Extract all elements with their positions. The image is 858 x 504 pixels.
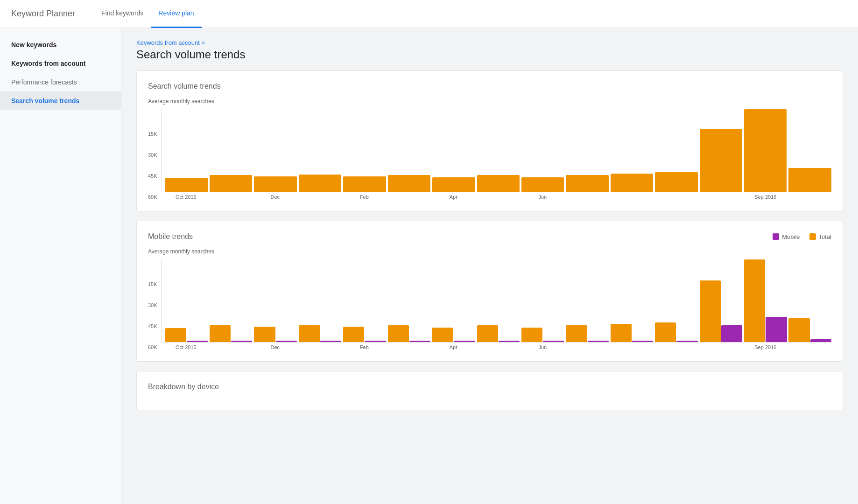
y-tick: 45K — [148, 324, 157, 329]
sidebar: New keywords Keywords from account Perfo… — [0, 28, 121, 504]
bar-pair — [744, 259, 787, 342]
breadcrumb-separator: > — [201, 39, 205, 46]
bar-pair — [788, 318, 831, 342]
chart2-bars — [161, 259, 831, 343]
bar-group — [299, 175, 341, 192]
bar-total — [788, 318, 809, 342]
bar-total — [700, 280, 721, 342]
breakdown-card: Breakdown by device — [136, 371, 843, 410]
page-title: Search volume trends — [136, 48, 843, 61]
bar-group — [788, 168, 831, 192]
bar — [566, 175, 608, 192]
bar — [521, 177, 564, 192]
bar-group — [254, 327, 296, 342]
breadcrumb: Keywords from account > — [136, 39, 843, 46]
bar-mobile — [320, 341, 341, 342]
chart1-y-label: Average monthly searches — [148, 98, 831, 105]
bar-pair — [700, 280, 742, 342]
bar-group — [788, 318, 831, 342]
x-label: Apr — [432, 344, 475, 350]
bar-pair — [655, 322, 697, 342]
x-label: Feb — [343, 344, 386, 350]
bar-mobile — [676, 341, 697, 342]
sidebar-item-search-volume-trends[interactable]: Search volume trends — [0, 91, 121, 110]
bar — [655, 172, 697, 192]
breadcrumb-parent[interactable]: Keywords from account — [136, 39, 200, 46]
x-label — [700, 344, 743, 350]
bar — [700, 129, 742, 192]
bar — [343, 176, 386, 192]
chart2-title: Mobile trends — [148, 232, 193, 241]
bar-total — [611, 324, 632, 342]
search-volume-trends-card: Search volume trends Average monthly sea… — [136, 70, 843, 211]
x-label: Jun — [521, 194, 564, 200]
bar-pair — [210, 325, 252, 342]
y-tick: 30K — [148, 153, 157, 158]
bar-group — [655, 322, 697, 342]
bar-mobile — [810, 339, 831, 342]
x-label — [655, 194, 698, 200]
y-tick: 30K — [148, 303, 157, 308]
chart1-bars — [161, 108, 831, 192]
y-tick: 45K — [148, 174, 157, 179]
tab-find-keywords[interactable]: Find keywords — [94, 0, 151, 28]
bar — [254, 176, 296, 192]
bar-mobile — [766, 317, 787, 342]
legend: Mobile Total — [773, 233, 831, 240]
tab-review-plan[interactable]: Review plan — [151, 0, 201, 28]
legend-total-dot — [809, 233, 816, 240]
chart1-y-axis: 60K 45K 30K 15K — [148, 116, 157, 200]
bar — [611, 174, 653, 192]
bar-pair — [343, 327, 386, 342]
bar-mobile — [231, 341, 252, 342]
bar-total — [655, 322, 676, 342]
bar-group — [477, 325, 520, 342]
sidebar-item-keywords-from-account[interactable]: Keywords from account — [0, 54, 121, 73]
x-label: Dec — [254, 194, 297, 200]
legend-mobile-dot — [773, 233, 779, 240]
bar-group — [566, 175, 608, 192]
x-label — [477, 344, 520, 350]
x-label — [566, 344, 609, 350]
legend-total-label: Total — [819, 233, 831, 240]
bar-group — [432, 328, 475, 343]
x-label — [209, 344, 252, 350]
chart2-y-axis: 60K 45K 30K 15K — [148, 266, 157, 350]
x-label: Oct 2015 — [165, 194, 208, 200]
y-tick: 15K — [148, 132, 157, 137]
x-label: Sep 2016 — [744, 194, 787, 200]
x-label: Apr — [432, 194, 475, 200]
x-label — [655, 344, 698, 350]
chart2-y-label: Average monthly searches — [148, 248, 831, 255]
bar — [299, 175, 341, 192]
bar-group — [254, 176, 296, 192]
bar-group — [611, 174, 653, 192]
bar-mobile — [543, 341, 564, 342]
bar-group — [388, 175, 430, 192]
chart1-wrapper: 60K 45K 30K 15K Oct 2015DecFebAprJunSep … — [148, 108, 831, 200]
bar — [477, 175, 520, 192]
bar-pair — [165, 328, 208, 342]
sidebar-item-performance-forecasts[interactable]: Performance forecasts — [0, 73, 121, 91]
bar-group — [210, 175, 252, 192]
bar-group — [388, 325, 430, 342]
legend-total: Total — [809, 233, 831, 240]
bar-mobile — [187, 341, 208, 342]
sidebar-item-new-keywords[interactable]: New keywords — [0, 35, 121, 54]
bar-total — [299, 325, 320, 343]
x-label: Jun — [521, 344, 564, 350]
bar-mobile — [365, 341, 386, 342]
chart2-body: Oct 2015DecFebAprJunSep 2016 — [161, 259, 831, 350]
bar-group — [343, 176, 386, 192]
x-label — [566, 194, 609, 200]
bar-pair — [299, 325, 341, 343]
bar-pair — [477, 325, 520, 342]
x-label — [477, 194, 520, 200]
bar-mobile — [409, 341, 430, 342]
bar — [210, 175, 252, 192]
bar-pair — [388, 325, 430, 342]
main-content: Keywords from account > Search volume tr… — [121, 28, 858, 504]
x-label — [611, 194, 654, 200]
bar-total — [566, 325, 587, 342]
chart1-title: Search volume trends — [148, 82, 831, 91]
